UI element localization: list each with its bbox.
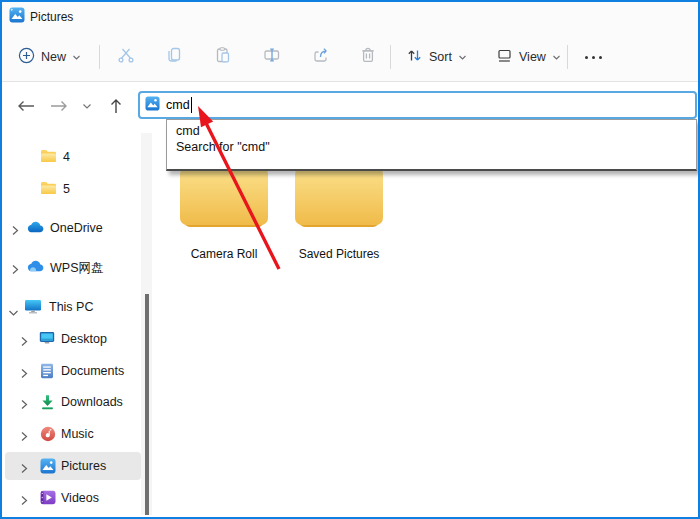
chevron-right-icon xyxy=(11,261,19,279)
sort-arrows-icon xyxy=(406,47,423,68)
toolbar-separator xyxy=(99,45,100,69)
wps-cloud-icon xyxy=(26,259,45,277)
sidebar-item-label: Music xyxy=(61,427,94,441)
sidebar-item-label: Videos xyxy=(61,491,99,505)
folder-name: Saved Pictures xyxy=(284,247,394,261)
chevron-right-icon xyxy=(20,460,28,478)
recent-locations-chevron[interactable] xyxy=(74,93,100,119)
sort-button[interactable]: Sort xyxy=(406,43,467,71)
monitor-icon xyxy=(24,299,42,318)
chevron-down-icon xyxy=(458,48,467,66)
paste-button[interactable] xyxy=(214,43,232,71)
onedrive-cloud-icon xyxy=(26,220,45,238)
desktop-icon xyxy=(39,331,55,349)
folder-icon xyxy=(40,181,57,199)
title-bar: Pictures xyxy=(2,2,698,32)
sidebar-item-label: OneDrive xyxy=(50,221,103,235)
address-bar-text: cmd xyxy=(166,98,190,112)
sidebar-item-label: WPS网盘 xyxy=(50,260,103,277)
trash-icon xyxy=(359,46,377,68)
document-icon xyxy=(40,363,54,383)
delete-button[interactable] xyxy=(359,43,377,71)
sidebar-item-desktop[interactable]: Desktop xyxy=(2,325,152,353)
chevron-right-icon xyxy=(11,222,19,240)
pictures-location-icon xyxy=(145,96,160,115)
address-suggestion-dropdown: cmd Search for "cmd" xyxy=(166,119,697,171)
music-note-icon xyxy=(40,426,56,446)
chevron-down-icon xyxy=(552,48,561,66)
sidebar-item-folder-5[interactable]: 5 xyxy=(2,175,152,203)
sidebar-item-pictures[interactable]: Pictures xyxy=(2,452,152,480)
suggestion-item-cmd[interactable]: cmd xyxy=(176,123,696,139)
address-bar-input[interactable]: cmd xyxy=(138,91,697,119)
toolbar-separator xyxy=(390,45,391,69)
sidebar-item-videos[interactable]: Videos xyxy=(2,484,152,512)
chevron-down-icon xyxy=(72,48,81,66)
new-button[interactable]: New xyxy=(18,43,81,71)
rename-button[interactable] xyxy=(263,43,281,71)
command-toolbar: New xyxy=(2,32,698,82)
folder-name: Camera Roll xyxy=(169,247,279,261)
sidebar-item-label: Desktop xyxy=(61,332,107,346)
sidebar-item-wps-cloud[interactable]: WPS网盘 xyxy=(2,253,152,281)
sidebar-item-label: This PC xyxy=(49,300,93,314)
cut-icon xyxy=(117,46,135,68)
chevron-right-icon xyxy=(20,492,28,510)
new-button-label: New xyxy=(41,50,66,64)
copy-button[interactable] xyxy=(165,43,183,71)
up-button[interactable] xyxy=(103,93,129,119)
view-button[interactable]: View xyxy=(496,43,561,71)
navigation-pane: 4 5 OneDrive WPS网盘 xyxy=(2,131,162,517)
sidebar-item-label: 5 xyxy=(63,182,70,196)
chevron-right-icon xyxy=(20,333,28,351)
download-arrow-icon xyxy=(40,394,55,414)
paste-icon xyxy=(214,46,232,68)
share-button[interactable] xyxy=(312,43,330,71)
see-more-button[interactable] xyxy=(585,43,602,71)
rename-icon xyxy=(263,46,281,68)
sidebar-item-downloads[interactable]: Downloads xyxy=(2,388,152,416)
view-button-label: View xyxy=(519,50,546,64)
view-icon xyxy=(496,47,513,68)
suggestion-item-search[interactable]: Search for "cmd" xyxy=(176,139,696,155)
sidebar-item-label: Downloads xyxy=(61,395,123,409)
videos-icon xyxy=(40,490,56,509)
sidebar-scrollbar-thumb[interactable] xyxy=(145,294,149,515)
sidebar-item-folder-4[interactable]: 4 xyxy=(2,143,152,171)
copy-icon xyxy=(165,46,183,68)
chevron-right-icon xyxy=(20,396,28,414)
pictures-icon xyxy=(40,458,56,478)
file-explorer-window: Pictures New xyxy=(0,0,700,519)
file-list-area: Camera Roll Saved Pictures xyxy=(162,131,698,517)
chevron-right-icon xyxy=(20,365,28,383)
pictures-app-icon xyxy=(9,7,25,27)
chevron-right-icon xyxy=(20,428,28,446)
ellipsis-icon xyxy=(585,56,602,59)
text-caret xyxy=(191,97,192,113)
circle-plus-icon xyxy=(18,47,35,68)
sidebar-item-label: 4 xyxy=(63,150,70,164)
sidebar-item-label: Documents xyxy=(61,364,124,378)
back-button[interactable] xyxy=(13,93,39,119)
sidebar-item-documents[interactable]: Documents xyxy=(2,357,152,385)
chevron-down-icon xyxy=(8,303,19,321)
sidebar-item-label: Pictures xyxy=(61,459,106,473)
share-icon xyxy=(312,46,330,68)
toolbar-separator xyxy=(567,45,568,69)
forward-button[interactable] xyxy=(46,93,72,119)
sidebar-item-music[interactable]: Music xyxy=(2,420,152,448)
sort-button-label: Sort xyxy=(429,50,452,64)
window-title: Pictures xyxy=(30,10,73,24)
sidebar-item-onedrive[interactable]: OneDrive xyxy=(2,214,152,242)
folder-icon xyxy=(40,149,57,167)
sidebar-item-this-pc[interactable]: This PC xyxy=(2,293,152,321)
cut-button[interactable] xyxy=(117,43,135,71)
